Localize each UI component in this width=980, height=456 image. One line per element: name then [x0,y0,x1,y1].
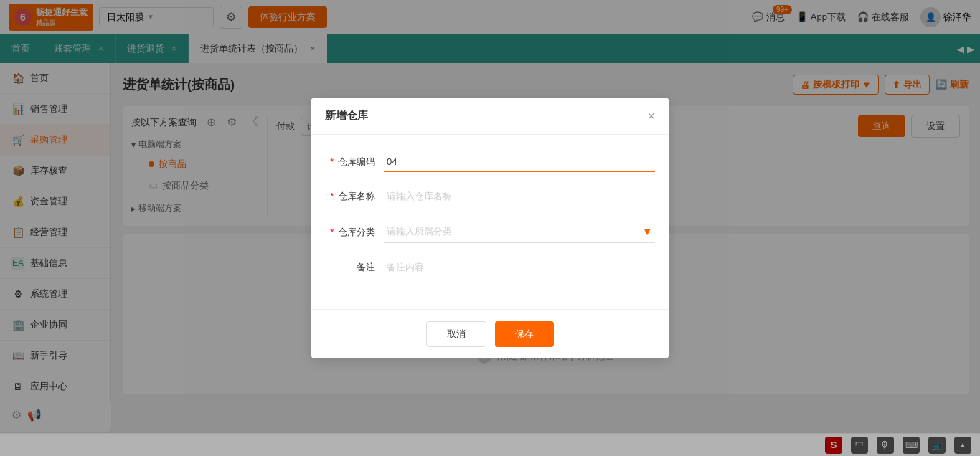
remark-label-text: 备注 [357,262,375,272]
category-placeholder: 请输入所属分类 [384,221,639,242]
code-field-row: * 仓库编码 [325,152,655,172]
code-label-text: 仓库编码 [338,156,375,167]
name-label-text: 仓库名称 [338,191,375,201]
remark-input[interactable] [384,257,655,277]
category-label: * 仓库分类 [325,226,375,239]
modal-header: 新增仓库 × [311,98,669,135]
modal-footer: 取消 保存 [311,309,669,358]
required-star-code: * [330,156,334,167]
category-field-row: * 仓库分类 请输入所属分类 ▼ [325,221,655,243]
name-label: * 仓库名称 [325,190,375,203]
remark-field-row: 备注 [325,257,655,277]
category-dropdown-icon: ▼ [639,222,655,242]
modal-body: * 仓库编码 * 仓库名称 * 仓库分类 请输入所属 [311,135,669,309]
category-select-wrapper[interactable]: 请输入所属分类 ▼ [384,221,655,243]
category-label-text: 仓库分类 [338,227,375,237]
save-button[interactable]: 保存 [495,321,554,347]
name-input[interactable] [384,186,655,206]
modal-overlay: 新增仓库 × * 仓库编码 * 仓库名称 [0,0,980,456]
code-label: * 仓库编码 [325,156,375,168]
name-field-row: * 仓库名称 [325,186,655,206]
modal-title: 新增仓库 [325,109,368,123]
required-star-name: * [330,191,334,201]
code-input[interactable] [384,152,655,172]
required-star-category: * [330,227,334,237]
modal-close-button[interactable]: × [647,110,655,123]
cancel-button[interactable]: 取消 [426,321,486,347]
remark-label: 备注 [325,261,375,274]
new-warehouse-modal: 新增仓库 × * 仓库编码 * 仓库名称 [311,98,669,358]
